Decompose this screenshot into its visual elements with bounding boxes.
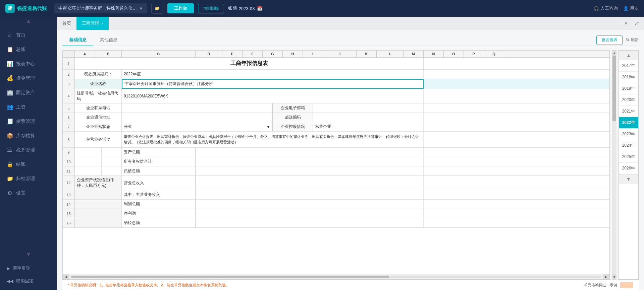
- tab-business[interactable]: 工商管理 ×: [76, 17, 109, 30]
- row-num-16: 16: [63, 218, 75, 227]
- sidebar-item-ledger[interactable]: 📋 总账: [0, 42, 57, 57]
- cell-5-phone[interactable]: [122, 103, 273, 113]
- year-item-2019[interactable]: 2019年: [619, 83, 638, 94]
- company-selector[interactable]: 中审众环会计师事务所（特殊普通合伙… ▼: [54, 3, 147, 13]
- cell-6-label: 企业通信地址: [75, 113, 122, 122]
- cell-15-a: [75, 209, 122, 218]
- col-k: K: [357, 51, 377, 57]
- table-row: 15 净利润: [63, 209, 609, 218]
- cell-6-postal[interactable]: [313, 113, 424, 122]
- inner-content: 基础信息 其他信息 重置报表 ↻ 刷新: [57, 30, 644, 290]
- sidebar-item-tax[interactable]: 🏛 税务管理: [0, 143, 57, 157]
- cell-2-c[interactable]: 2022年度: [122, 70, 424, 79]
- cell-7-label: 企业经营状态: [75, 122, 122, 131]
- cell-11-value[interactable]: [196, 166, 424, 175]
- cell-15-value[interactable]: [196, 209, 424, 218]
- archive-icon-btn[interactable]: 📁: [151, 3, 163, 14]
- year-item-2017[interactable]: 2017年: [619, 60, 638, 72]
- sidebar-label-invoice: 发票管理: [16, 119, 35, 125]
- grid-body[interactable]: 1 工商年报信息表 2 税款所属期间： 2022年度 3 企业名称: [63, 58, 609, 274]
- tab-home[interactable]: 首页: [57, 17, 76, 30]
- h-scroll-left[interactable]: ◀: [63, 274, 69, 280]
- cell-5-email[interactable]: [313, 103, 424, 113]
- sidebar-item-close[interactable]: 🔒 结账: [0, 157, 57, 171]
- col-c: C: [122, 51, 196, 57]
- year-item-2023[interactable]: 2023年: [619, 129, 638, 140]
- tab-expand-button[interactable]: ⤢: [632, 19, 641, 28]
- year-item-2020[interactable]: 2020年: [619, 94, 638, 106]
- sidebar-item-invoice[interactable]: 🧾 发票管理: [0, 114, 57, 129]
- user-item[interactable]: 👤 用友: [623, 5, 639, 11]
- cell-4-value[interactable]: 91320100MA208E5W6K: [122, 89, 424, 103]
- v-scroll-track[interactable]: [612, 56, 616, 274]
- tab-close-icon[interactable]: ×: [101, 21, 103, 25]
- cell-12-value[interactable]: [196, 176, 424, 190]
- sidebar-item-archive[interactable]: 📁 归档管理: [0, 171, 57, 186]
- cell-6-address[interactable]: [122, 113, 273, 122]
- col-g: G: [263, 51, 283, 57]
- sidebar-item-payroll[interactable]: 👥 工资: [0, 100, 57, 114]
- period-display: 账期 2023-03 📅: [228, 5, 262, 11]
- payroll-icon: 👥: [7, 104, 13, 110]
- year-item-2021[interactable]: 2021年: [619, 106, 638, 117]
- year-scroll-down[interactable]: ▼: [619, 174, 638, 184]
- h-scroll-track[interactable]: [71, 276, 601, 278]
- close-month-icon: 🔒: [7, 161, 13, 167]
- cell-10-value[interactable]: [196, 157, 424, 166]
- cell-7-status[interactable]: 开业 ▼: [122, 122, 273, 131]
- cell-10-b: [102, 157, 122, 166]
- cell-9-value[interactable]: [196, 148, 424, 157]
- year-item-2025[interactable]: 2025年: [619, 151, 638, 163]
- year-item-2024[interactable]: 2024年: [619, 140, 638, 151]
- sidebar-scroll-down[interactable]: ▼: [0, 250, 57, 259]
- sidebar-item-inventory[interactable]: 📦 库存核算: [0, 129, 57, 143]
- switch-old-button[interactable]: 切到旧版: [198, 4, 224, 13]
- sidebar-unpin[interactable]: ◀◀ 取消固定: [0, 275, 57, 287]
- cell-15-label: 净利润: [122, 209, 196, 218]
- sidebar-label-finance: 资金管理: [16, 75, 35, 81]
- assets-icon: 🏢: [7, 89, 13, 96]
- v-scroll-down[interactable]: ▼: [612, 274, 616, 280]
- reset-button[interactable]: 重置报表: [596, 35, 623, 45]
- v-scroll-up[interactable]: ▲: [612, 50, 616, 56]
- sample-color: [620, 282, 633, 288]
- tab-close-button[interactable]: ×: [622, 19, 630, 27]
- sidebar-label-assets: 固定资产: [16, 90, 35, 96]
- support-item[interactable]: 🎧 人工咨询: [594, 5, 618, 11]
- sidebar-item-reports[interactable]: 📊 报表中心: [0, 57, 57, 71]
- cell-14-value[interactable]: [196, 200, 424, 209]
- sidebar-item-assets[interactable]: 🏢 固定资产: [0, 85, 57, 100]
- sidebar-item-finance[interactable]: 💰 资金管理: [0, 71, 57, 85]
- sidebar-newbie[interactable]: ▶ 新手引导: [0, 262, 57, 275]
- tab-basic-info[interactable]: 基础信息: [62, 34, 93, 46]
- archive-icon: 📁: [155, 6, 160, 11]
- calendar-icon[interactable]: 📅: [257, 6, 262, 11]
- workbench-button[interactable]: 工作台: [167, 3, 194, 13]
- sidebar-item-settings[interactable]: ⚙ 设置: [0, 186, 57, 200]
- h-scroll-right[interactable]: ▶: [603, 274, 609, 280]
- vertical-scrollbar[interactable]: ▲ ▼: [612, 50, 616, 280]
- table-row: 3 企业名称 中审众环会计师事务所（特殊普通合伙）江苏分所: [63, 79, 609, 89]
- horizontal-scrollbar[interactable]: ◀ ▶: [63, 274, 609, 279]
- year-item-2026[interactable]: 2026年: [619, 163, 638, 174]
- cell-8-value[interactable]: 审查企业会计报表；出具审计报告；验证企业资本；出具验资报告；办理企业合并、分立、…: [122, 132, 424, 147]
- sidebar-scroll-up[interactable]: ▲: [0, 17, 57, 25]
- sidebar-label-close: 结账: [16, 161, 25, 167]
- refresh-button[interactable]: ↻ 刷新: [626, 37, 639, 43]
- col-n: N: [424, 51, 444, 57]
- year-item-2018[interactable]: 2018年: [619, 72, 638, 83]
- col-o: O: [444, 51, 464, 57]
- cell-3-value[interactable]: 中审众环会计师事务所（特殊普通合伙）江苏分所: [122, 79, 424, 89]
- home-icon: ⌂: [7, 32, 13, 38]
- cell-13-label: 其中：主营业务收入: [122, 190, 196, 199]
- table-row: 16 纳税总额: [63, 218, 609, 228]
- cell-7-ownership[interactable]: 私营企业: [313, 122, 424, 131]
- tab-other-info[interactable]: 其他信息: [93, 34, 124, 46]
- sidebar-item-home[interactable]: ⌂ 首页: [0, 28, 57, 42]
- year-scroll-up[interactable]: ▲: [619, 51, 638, 60]
- cell-16-value[interactable]: [196, 218, 424, 227]
- topbar: 捷 畅捷通易代账 中审众环会计师事务所（特殊普通合伙… ▼ 📁 工作台 切到旧版…: [0, 0, 644, 17]
- year-item-2022[interactable]: 2022年: [619, 117, 638, 129]
- year-sidebar: ▲ 2017年 2018年 2019年 2020年 2021年 2022年 20…: [619, 50, 639, 280]
- cell-13-value[interactable]: [196, 190, 424, 199]
